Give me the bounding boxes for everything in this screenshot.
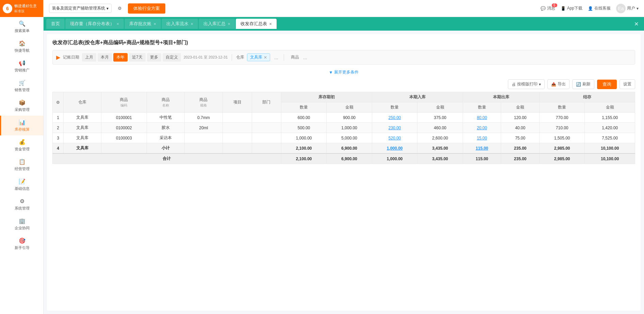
sidebar-item-search[interactable]: 🔍 搜索菜单 — [0, 17, 43, 37]
sidebar-item-purchase[interactable]: 📦 采购管理 — [0, 96, 43, 116]
tab-recv-send-summary[interactable]: 收发存汇总表✕ — [236, 19, 277, 29]
sidebar-item-finance[interactable]: 💰 资金管理 — [0, 135, 43, 155]
system-selector[interactable]: 装备及固定资产辅助管理系统 ▾ — [49, 4, 112, 13]
tab-inventory-dist[interactable]: 现存量（库存分布表）✕ — [65, 19, 124, 29]
message-action[interactable]: 💬 消息 6 — [541, 5, 555, 11]
setting-button[interactable]: 设置 — [620, 79, 635, 89]
footer-label: 合计 — [53, 153, 281, 164]
warehouse-tag: 文具库 ✕ — [247, 53, 270, 61]
sidebar-item-label-newbie: 新手引导 — [15, 245, 30, 250]
tab-in-out-summary[interactable]: 出入库汇总✕ — [199, 19, 235, 29]
row-opening-amt: 6,900.00 — [327, 143, 372, 154]
filter-collapse-icon[interactable]: ▶ — [56, 54, 60, 61]
sidebar-item-newbie[interactable]: 🎯 新手引导 — [0, 234, 43, 254]
in-qty-link[interactable]: 230.00 — [389, 126, 401, 130]
message-badge: 6 — [552, 3, 557, 7]
footer-out-qty: 115.00 — [463, 153, 501, 164]
row-no: 2 — [53, 123, 64, 133]
sidebar-item-operation[interactable]: 📋 经营管理 — [0, 155, 43, 175]
tab-close-in-out-summary[interactable]: ✕ — [228, 22, 230, 26]
date-btn-本年[interactable]: 本年 — [113, 53, 128, 62]
date-btn-自定义[interactable]: 自定义 — [163, 53, 181, 62]
export-label: 导出 — [558, 81, 566, 87]
tab-bar-close-icon[interactable]: ✕ — [631, 19, 641, 29]
in-qty-link[interactable]: 250.00 — [389, 115, 401, 120]
settings-icon[interactable]: ⚙ — [115, 4, 125, 13]
sidebar-item-label-enterprise: 企业协同 — [15, 226, 30, 231]
in-qty-link[interactable]: 1,000.00 — [387, 146, 403, 151]
row-project — [223, 123, 252, 133]
trial-button[interactable]: 体验行业方案 — [128, 3, 165, 14]
table-container: ⚙ 仓库 商品编码 商品名称 商品规格 项目 部门 库存期初 本期入库 本期出库… — [52, 92, 635, 305]
filter-divider — [232, 54, 232, 61]
sidebar-item-label-sales: 销售管理 — [15, 87, 30, 93]
goods-more[interactable]: ... — [302, 54, 309, 61]
expand-conditions-button[interactable]: ▼ 展开更多条件 — [326, 68, 362, 77]
purchase-icon: 📦 — [19, 99, 26, 106]
row-closing-amt: 1,155.00 — [585, 113, 635, 123]
online-service-action[interactable]: 👤 在线客服 — [588, 5, 611, 11]
basic-icon: 📝 — [19, 178, 26, 185]
warehouse-tag-close[interactable]: ✕ — [264, 55, 267, 60]
tab-home[interactable]: 首页 — [46, 19, 65, 29]
app-download-label: App下载 — [567, 5, 582, 11]
tab-label-in-out-flow: 出入库流水 — [166, 21, 188, 27]
tab-close-in-out-flow[interactable]: ✕ — [191, 22, 193, 26]
table-footer: 合计 2,100.00 6,900.00 1,000.00 3,435.00 1… — [53, 153, 635, 164]
app-download-action[interactable]: 📱 App下载 — [561, 5, 582, 11]
action-bar: 🖨 按模版打印 ▾ 📤 导出 🔄 刷新 查询 设置 — [52, 79, 635, 89]
refresh-button[interactable]: 🔄 刷新 — [572, 79, 594, 89]
date-btn-本月[interactable]: 本月 — [98, 53, 112, 62]
row-opening-qty: 2,100.00 — [281, 143, 327, 154]
row-closing-amt: 10,100.00 — [585, 143, 635, 154]
row-out-amt: 120.00 — [501, 113, 540, 123]
row-closing-amt: 7,525.00 — [585, 133, 635, 143]
table-body: 1 文具库 0100001 中性笔 0.7mm 600.00 900.00 25… — [53, 113, 635, 154]
row-opening-qty: 500.00 — [281, 123, 327, 133]
sidebar-item-system[interactable]: ⚙ 系统管理 — [0, 195, 43, 214]
sidebar-item-label-finance: 资金管理 — [15, 147, 30, 152]
logo-sub: 标准版 — [14, 9, 37, 14]
sidebar-item-quick-nav[interactable]: 🏠 快捷导航 — [0, 37, 43, 56]
settings-col-header[interactable]: ⚙ — [53, 92, 64, 113]
row-out-amt: 75.00 — [501, 133, 540, 143]
tab-in-out-flow[interactable]: 出入库流水✕ — [162, 19, 198, 29]
warehouse-more[interactable]: ... — [273, 54, 280, 61]
out-qty-link[interactable]: 115.00 — [476, 146, 488, 151]
row-closing-qty: 710.00 — [539, 123, 585, 133]
row-warehouse: 文具库 — [64, 133, 101, 143]
row-closing-qty: 1,505.00 — [539, 133, 585, 143]
tab-batch-account[interactable]: 库存批次账✕ — [125, 19, 161, 29]
row-warehouse: 文具库 — [64, 123, 101, 133]
row-project — [223, 133, 252, 143]
sidebar-item-basic[interactable]: 📝 基础信息 — [0, 175, 43, 195]
tab-close-recv-send-summary[interactable]: ✕ — [269, 22, 272, 26]
user-action[interactable]: Ea 用户 ▾ — [616, 4, 639, 13]
in-qty-link[interactable]: 520.00 — [389, 136, 401, 141]
row-spec: 20ml — [184, 123, 222, 133]
date-btn-近7天[interactable]: 近7天 — [129, 53, 146, 62]
row-opening-qty: 600.00 — [281, 113, 327, 123]
query-button[interactable]: 查询 — [597, 80, 617, 89]
table-row: 1 文具库 0100001 中性笔 0.7mm 600.00 900.00 25… — [53, 113, 635, 123]
chevron-down-icon: ▾ — [106, 6, 109, 11]
tab-close-inventory-dist[interactable]: ✕ — [116, 22, 119, 26]
tab-close-batch-account[interactable]: ✕ — [153, 22, 156, 26]
out-qty-link[interactable]: 20.00 — [477, 126, 487, 130]
date-btn-更多[interactable]: 更多 — [147, 53, 161, 62]
row-name: 小计 — [147, 143, 184, 154]
date-btn-上月[interactable]: 上月 — [82, 53, 96, 62]
out-qty-link[interactable]: 80.00 — [477, 115, 487, 120]
row-spec: 0.7mm — [184, 113, 222, 123]
export-button[interactable]: 📤 导出 — [547, 79, 569, 89]
row-in-qty: 230.00 — [372, 123, 417, 133]
out-qty-link[interactable]: 15.00 — [477, 136, 487, 141]
date-range: 2023-01-01 至 2023-12-31 — [184, 55, 228, 60]
sidebar-item-enterprise[interactable]: 🏢 企业协同 — [0, 214, 43, 234]
sidebar-item-inventory[interactable]: 📊 库存核算 — [0, 116, 43, 135]
sidebar-item-marketing[interactable]: 📢 营销推广 — [0, 56, 43, 76]
row-closing-qty: 2,985.00 — [539, 143, 585, 154]
sidebar-item-sales[interactable]: 🛒 销售管理 — [0, 76, 43, 96]
footer-opening-qty: 2,100.00 — [281, 153, 327, 164]
print-button[interactable]: 🖨 按模版打印 ▾ — [508, 79, 545, 89]
